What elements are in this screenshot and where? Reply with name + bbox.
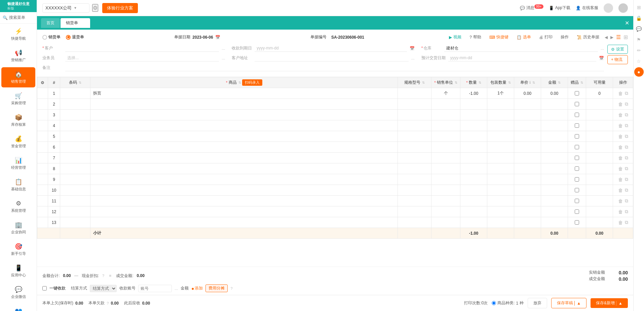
save-new-button[interactable]: 保存&新增 ▲ [591,298,628,308]
row-amount[interactable] [541,174,568,185]
row-amount[interactable] [541,185,568,196]
row-qty[interactable] [460,217,487,228]
row-unit[interactable] [431,174,460,185]
row-qty[interactable] [460,163,487,174]
help-btn[interactable]: ? 帮助 [467,33,484,41]
notes-input[interactable] [65,64,604,71]
online-service-group[interactable]: 👤 在线客服 [576,5,598,11]
row-barcode[interactable] [60,131,90,142]
row-price[interactable] [514,120,541,131]
right-orange-icon[interactable]: ● [634,67,644,77]
logistics-btn[interactable]: + 物流 [607,55,628,64]
print-btn[interactable]: 🖨 打印 [536,33,555,41]
row-barcode[interactable] [60,120,90,131]
copy-row-icon[interactable]: ⧉ [625,133,628,139]
delivery-calendar-icon[interactable]: 📅 [599,56,604,61]
row-spec[interactable] [398,206,431,217]
fee-help-icon[interactable]: ? [230,286,232,290]
avatar[interactable] [604,3,613,13]
row-gift[interactable] [568,120,586,131]
row-unit[interactable] [431,185,460,196]
row-qty[interactable] [460,153,487,163]
row-spec[interactable] [398,88,431,99]
row-product[interactable] [90,110,398,120]
select-btn[interactable]: 📋 选单 [514,33,534,41]
gift-checkbox[interactable] [575,145,579,149]
gift-checkbox[interactable] [575,188,579,192]
sidebar-item-inventory[interactable]: 📦 库存核算 [1,110,35,130]
row-barcode[interactable] [60,217,90,228]
row-gift[interactable] [568,206,586,217]
row-amount[interactable] [541,142,568,153]
row-unit[interactable] [431,217,460,228]
row-spec[interactable] [398,142,431,153]
tab-home[interactable]: 首页 [41,18,60,28]
row-spec[interactable] [398,120,431,131]
address-input[interactable] [255,54,408,62]
row-unit[interactable] [431,153,460,163]
gift-checkbox[interactable] [575,102,579,106]
row-unit[interactable] [431,163,460,174]
row-spec[interactable] [398,217,431,228]
abandon-button[interactable]: 放弃 [528,298,547,308]
account-input[interactable] [138,285,172,292]
fee-split-btn[interactable]: 费用分摊 [205,284,228,292]
trial-button[interactable]: 体验行业方案 [102,3,138,13]
col-pack-qty[interactable]: 包装数量⇅ [487,77,514,88]
row-amount[interactable] [541,217,568,228]
gift-checkbox[interactable] [575,134,579,139]
delete-row-icon[interactable]: 🗑 [618,188,623,193]
row-gift[interactable] [568,217,586,228]
row-price[interactable] [514,99,541,110]
calc-method-select[interactable]: 结算方式 [90,285,117,292]
row-gift[interactable] [568,185,586,196]
row-pack-qty[interactable] [487,196,514,206]
delete-row-icon[interactable]: 🗑 [618,166,623,171]
row-gift[interactable] [568,174,586,185]
row-gift[interactable] [568,163,586,174]
col-gift[interactable]: 赠品⇅ [568,77,586,88]
col-spec[interactable]: 规格型号⇅ [398,77,431,88]
sidebar-item-basic[interactable]: 📋 基础信息 [1,175,35,195]
delivery-date-input[interactable] [448,54,596,62]
delete-row-icon[interactable]: 🗑 [618,177,623,182]
avatar2[interactable] [618,3,628,13]
row-barcode[interactable] [60,153,90,163]
copy-row-icon[interactable]: ⧉ [625,123,628,128]
close-all-icon[interactable]: ✕ [625,20,629,26]
row-unit[interactable] [431,196,460,206]
customer-input[interactable] [65,45,219,52]
delete-row-icon[interactable]: 🗑 [618,134,623,139]
gift-checkbox[interactable] [575,113,579,117]
row-price[interactable] [514,217,541,228]
warehouse-input[interactable] [444,45,598,52]
row-gift[interactable] [568,142,586,153]
row-amount[interactable] [541,206,568,217]
row-spec[interactable] [398,131,431,142]
right-star-icon[interactable]: ☆ [634,56,644,66]
sidebar-item-appcenter[interactable]: 📱 应用中心 [1,261,35,281]
calendar-icon[interactable]: 📅 [215,35,220,40]
copy-row-icon[interactable]: ⧉ [625,187,628,193]
delete-row-icon[interactable]: 🗑 [618,198,623,204]
customer-dots[interactable]: ... [222,46,225,51]
row-spec[interactable] [398,196,431,206]
delete-row-icon[interactable]: 🗑 [618,145,623,150]
row-pack-qty[interactable] [487,142,514,153]
video-btn[interactable]: ▶ 视频 [446,33,464,41]
copy-row-icon[interactable]: ⧉ [625,144,628,150]
row-barcode[interactable] [60,196,90,206]
message-group[interactable]: 💬 消息 99+ [520,5,543,11]
row-gift[interactable] [568,110,586,120]
row-amount[interactable] [541,153,568,163]
row-price[interactable] [514,131,541,142]
row-qty[interactable] [460,142,487,153]
add-button[interactable]: ● 添加 [191,285,203,291]
row-price[interactable] [514,174,541,185]
row-gift[interactable] [568,153,586,163]
layout-grid-icon[interactable]: ⊞ [623,34,628,40]
sidebar-item-sales[interactable]: 🏠 销售管理 [1,67,35,87]
salesperson-input[interactable] [65,54,219,62]
row-spec[interactable] [398,99,431,110]
row-amount[interactable] [541,163,568,174]
